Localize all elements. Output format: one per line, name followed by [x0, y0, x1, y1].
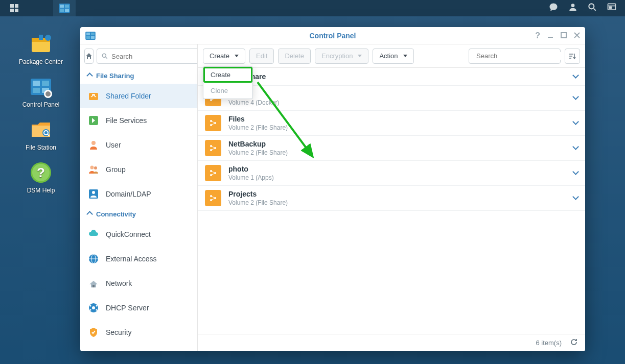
sidebar-item-dhcp-server[interactable]: DHCP Server [80, 296, 197, 320]
sidebar-item-external-access[interactable]: External Access [80, 247, 197, 271]
folder-name: Files [228, 115, 566, 123]
titlebar: Control Panel ? [80, 27, 585, 44]
search-icon [101, 53, 108, 60]
svg-rect-1 [15, 4, 18, 8]
list-item[interactable]: photoVolume 1 (Apps) [198, 161, 585, 186]
taskbar [0, 0, 625, 16]
security-icon [87, 326, 100, 338]
sidebar-item-user[interactable]: User [80, 133, 197, 157]
widgets-icon[interactable] [607, 2, 617, 14]
network-icon [87, 277, 100, 289]
sidebar-item-network[interactable]: Network [80, 271, 197, 296]
list-item[interactable]: NetBackupVolume 2 (File Share) [198, 136, 585, 161]
action-button[interactable]: Action [373, 48, 413, 64]
main-search[interactable] [469, 48, 561, 64]
svg-rect-3 [15, 9, 18, 12]
sidebar-group-file-sharing[interactable]: File Sharing [80, 68, 197, 84]
sidebar-item-label: Network [106, 279, 132, 287]
svg-rect-17 [39, 35, 43, 40]
user-icon[interactable] [568, 2, 578, 14]
statusbar: 6 item(s) [198, 334, 585, 351]
svg-point-47 [90, 166, 94, 169]
desktop-icon-file-station[interactable]: File Station [26, 117, 56, 151]
search-icon[interactable] [587, 2, 597, 14]
svg-text:?: ? [37, 165, 45, 180]
svg-rect-39 [561, 33, 566, 38]
refresh-button[interactable] [570, 338, 578, 348]
close-button[interactable] [574, 31, 580, 40]
desktop: Package Center Control Panel File Statio… [0, 20, 82, 194]
dhcp-icon [87, 302, 100, 314]
sidebar-item-file-services[interactable]: File Services [80, 108, 197, 133]
desktop-icon-control-panel[interactable]: Control Panel [22, 75, 60, 108]
chevron-down-icon [573, 118, 578, 128]
dropdown-create[interactable]: Create [203, 67, 252, 83]
user-icon [87, 139, 100, 151]
sidebar-search-input[interactable] [111, 53, 197, 60]
sidebar-item-quickconnect[interactable]: QuickConnect [80, 222, 197, 247]
apps-menu-button[interactable] [4, 0, 25, 16]
sidebar-item-group[interactable]: Group [80, 157, 197, 182]
dropdown-clone[interactable]: Clone [203, 83, 252, 99]
external-icon [87, 253, 100, 265]
sidebar-item-shared-folder[interactable]: Shared Folder [80, 84, 197, 108]
sidebar-item-security[interactable]: Security [80, 320, 197, 345]
svg-line-83 [212, 172, 215, 173]
folder-sub: Volume 2 (File Share) [228, 149, 566, 156]
svg-point-57 [90, 305, 91, 307]
shared-folder-icon [87, 90, 100, 102]
desktop-icon-dsm-help[interactable]: ? DSM Help [27, 160, 55, 194]
main-search-input[interactable] [476, 52, 562, 60]
svg-rect-22 [33, 88, 40, 93]
desktop-icon-label: DSM Help [27, 187, 55, 194]
desktop-icon-label: Package Center [19, 58, 63, 65]
item-count: 6 item(s) [536, 339, 562, 347]
svg-rect-20 [33, 81, 40, 86]
sidebar-item-label: External Access [106, 255, 157, 263]
desktop-icon-package-center[interactable]: Package Center [19, 32, 63, 65]
svg-rect-7 [60, 9, 64, 12]
taskbar-app-control-panel[interactable] [53, 0, 76, 16]
svg-rect-34 [86, 32, 90, 35]
list-item[interactable]: share [198, 68, 585, 86]
svg-point-9 [571, 4, 575, 7]
minimize-button[interactable] [547, 31, 553, 40]
svg-rect-44 [89, 93, 98, 100]
svg-rect-21 [42, 81, 49, 86]
sidebar-home-button[interactable] [84, 48, 94, 64]
desktop-icon-label: File Station [26, 144, 56, 151]
maximize-button[interactable] [561, 31, 567, 40]
sort-button[interactable] [565, 48, 580, 64]
svg-line-73 [212, 122, 215, 123]
chat-icon[interactable] [548, 2, 559, 14]
help-button[interactable]: ? [535, 31, 540, 40]
chevron-down-icon [573, 143, 578, 153]
svg-point-42 [102, 54, 106, 57]
encryption-button[interactable]: Encryption [315, 48, 368, 64]
folder-sub: Volume 1 (Apps) [228, 174, 566, 181]
svg-rect-5 [60, 5, 64, 8]
edit-button[interactable]: Edit [249, 48, 274, 64]
sidebar-search[interactable] [97, 48, 198, 64]
create-button[interactable]: Create [203, 48, 245, 64]
sidebar-item-label: QuickConnect [106, 230, 151, 238]
folder-name: photo [228, 165, 566, 173]
svg-line-88 [212, 197, 215, 198]
chevron-down-icon [573, 168, 578, 178]
sidebar-item-domain-ldap[interactable]: Domain/LDAP [80, 182, 197, 206]
svg-line-89 [212, 199, 215, 200]
delete-button[interactable]: Delete [278, 48, 311, 64]
sidebar-group-connectivity[interactable]: Connectivity [80, 206, 197, 222]
chevron-down-icon [573, 72, 578, 81]
list-item[interactable]: ProjectsVolume 2 (File Share) [198, 186, 585, 211]
quickconnect-icon [87, 228, 100, 240]
desktop-icon-label: Control Panel [22, 101, 60, 108]
svg-point-56 [92, 306, 95, 309]
list-item[interactable]: dockerVolume 4 (Docker) [198, 86, 585, 111]
svg-rect-0 [10, 4, 14, 8]
list-item[interactable]: FilesVolume 2 (File Share) [198, 111, 585, 136]
control-panel-window: Control Panel ? File Sharing Sh [80, 27, 585, 351]
folder-name: share [228, 72, 566, 81]
window-app-icon [85, 32, 96, 40]
group-icon [87, 163, 100, 176]
